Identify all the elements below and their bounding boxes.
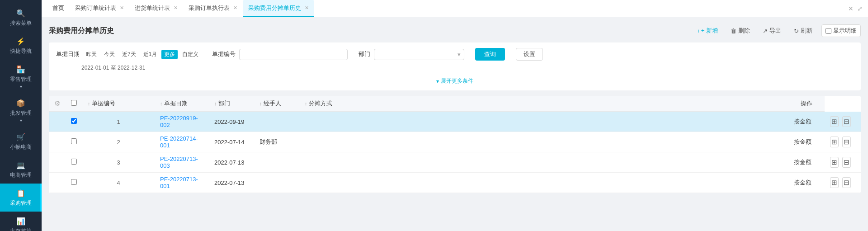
col-header-date[interactable]: 单据日期 [155, 96, 209, 112]
edit-icon[interactable]: ⊞ [830, 137, 839, 147]
row-select-checkbox[interactable] [71, 159, 77, 165]
gear-icon[interactable]: ⚙ [54, 99, 60, 107]
tab-close-inbound-stats[interactable]: ✕ [174, 5, 178, 11]
sidebar-item-quicknav[interactable]: ⚡ 快捷导航 [0, 32, 42, 60]
tab-close-purchase-order-stats[interactable]: ✕ [120, 5, 124, 11]
export-button[interactable]: ↗ 导出 [759, 25, 785, 37]
doc-no-link[interactable]: PE-20220713-003 [160, 156, 198, 169]
row-handler [299, 152, 788, 173]
tab-home[interactable]: 首页 [47, 0, 70, 17]
table-row: 1 PE-20220919-002 2022-09-19 按金额 ⊞ ⊟ [49, 112, 861, 132]
tab-expand-action[interactable]: ⤢ [857, 5, 863, 12]
row-dept [254, 112, 299, 132]
row-date: 2022-09-19 [209, 112, 254, 132]
col-header-dept[interactable]: 部门 [209, 96, 254, 112]
date-filter-label: 单据日期 [56, 50, 80, 58]
query-button[interactable]: 查询 [475, 48, 505, 61]
tab-purchase-order-stats[interactable]: 采购订单统计表 ✕ [70, 0, 129, 17]
row-dept [254, 152, 299, 173]
edit-icon[interactable]: ⊞ [830, 116, 839, 127]
row-split-method: 按金额 [788, 112, 825, 132]
tab-close-purchase-order-exec[interactable]: ✕ [233, 5, 237, 11]
expand-more-btn[interactable]: ▾ 展开更多条件 [56, 77, 854, 85]
row-settings [49, 173, 66, 193]
row-date: 2022-07-13 [209, 173, 254, 193]
more-icon[interactable]: ⊟ [842, 116, 851, 127]
sidebar-item-ecommerce[interactable]: 💻 电商管理 [0, 156, 42, 184]
row-doc-no: PE-20220919-002 [155, 112, 209, 132]
dept-select[interactable]: 财务部 [374, 49, 464, 60]
toolbar: + + 新增 🗑 删除 ↗ 导出 ↻ 刷新 显示明细 [693, 24, 861, 37]
table-container: ⚙ 单据编号 单据日期 部门 经手人 分摊方式 操作 [49, 96, 861, 193]
select-all-checkbox[interactable] [71, 100, 77, 106]
settings-button[interactable]: 设置 [516, 48, 543, 61]
export-icon: ↗ [763, 28, 768, 34]
tab-close-action[interactable]: ✕ [848, 5, 854, 12]
sidebar-item-purchase[interactable]: 📋 采购管理 [0, 184, 42, 212]
sidebar-item-inventory[interactable]: 📊 库存核算 [0, 212, 42, 231]
row-checkbox [66, 132, 82, 152]
doc-no-link[interactable]: PE-20220713-001 [160, 176, 198, 189]
col-header-doc-no[interactable]: 单据编号 [82, 96, 155, 112]
doc-no-input[interactable] [239, 49, 348, 60]
row-date: 2022-07-13 [209, 152, 254, 173]
computer-icon: 💻 [16, 161, 25, 170]
row-handler [299, 112, 788, 132]
date-btn-today[interactable]: 今天 [101, 50, 118, 59]
edit-icon[interactable]: ⊞ [830, 177, 839, 188]
trash-icon: 🗑 [731, 28, 736, 34]
show-cols-button[interactable]: 显示明细 [821, 24, 861, 37]
col-header-settings: ⚙ [49, 96, 66, 112]
tab-purchase-cost-history[interactable]: 采购费用分摊单历史 ✕ [243, 0, 314, 17]
row-actions: ⊞ ⊟ [825, 112, 861, 132]
chevron-down-icon: ▾ [20, 118, 22, 123]
doc-no-link[interactable]: PE-20220919-002 [160, 115, 198, 128]
row-select-checkbox[interactable] [71, 138, 77, 144]
sidebar-item-ecommerce-small[interactable]: 🛒 小畅电商 [0, 127, 42, 156]
more-icon[interactable]: ⊟ [842, 137, 851, 147]
store-icon: 🏪 [16, 65, 25, 74]
tab-close-purchase-cost-history[interactable]: ✕ [305, 5, 309, 11]
tab-purchase-order-exec[interactable]: 采购订单执行表 ✕ [183, 0, 243, 17]
sidebar-item-retail[interactable]: 🏪 零售管理 ▾ [0, 60, 42, 94]
doc-no-link[interactable]: PE-20220714-001 [160, 135, 198, 149]
row-doc-no: PE-20220713-003 [155, 152, 209, 173]
data-table: ⚙ 单据编号 单据日期 部门 经手人 分摊方式 操作 [49, 96, 861, 193]
date-btn-custom[interactable]: 自定义 [179, 50, 201, 59]
row-num: 4 [82, 173, 155, 193]
sidebar: 🔍 搜索菜单 ⚡ 快捷导航 🏪 零售管理 ▾ 📦 批发管理 ▾ 🛒 小畅电商 💻… [0, 0, 42, 231]
date-btn-7days[interactable]: 近7天 [119, 50, 139, 59]
table-row: 3 PE-20220713-003 2022-07-13 按金额 ⊞ ⊟ [49, 152, 861, 173]
refresh-button[interactable]: ↻ 刷新 [790, 25, 816, 37]
main-content: 首页 采购订单统计表 ✕ 进货单统计表 ✕ 采购订单执行表 ✕ 采购费用分摊单历… [42, 0, 868, 231]
row-handler [299, 132, 788, 152]
table-header-row: ⚙ 单据编号 单据日期 部门 经手人 分摊方式 操作 [49, 96, 861, 112]
chevron-down-icon: ▾ [436, 78, 439, 85]
filter-area: 单据日期 昨天 今天 近7天 近1月 更多 自定义 单据编号 [49, 42, 861, 90]
chart-icon: 📊 [16, 217, 25, 226]
filter-row-1: 单据日期 昨天 今天 近7天 近1月 更多 自定义 单据编号 [56, 48, 854, 61]
date-btn-yesterday[interactable]: 昨天 [83, 50, 99, 59]
date-btn-1month[interactable]: 近1月 [141, 50, 160, 59]
tab-inbound-stats[interactable]: 进货单统计表 ✕ [129, 0, 183, 17]
row-select-checkbox[interactable] [71, 179, 77, 185]
col-header-split[interactable]: 分摊方式 [299, 96, 788, 112]
row-dept: 财务部 [254, 132, 299, 152]
row-select-checkbox[interactable] [71, 118, 77, 124]
add-button[interactable]: + + 新增 [693, 25, 722, 37]
page-content: 采购费用分摊单历史 + + 新增 🗑 删除 ↗ 导出 ↻ 刷新 [42, 17, 868, 231]
more-icon[interactable]: ⊟ [842, 177, 851, 188]
delete-button[interactable]: 🗑 删除 [727, 25, 754, 37]
edit-icon[interactable]: ⊞ [830, 157, 839, 168]
table-row: 4 PE-20220713-001 2022-07-13 按金额 ⊞ ⊟ [49, 173, 861, 193]
sidebar-item-search[interactable]: 🔍 搜索菜单 [0, 4, 42, 32]
date-btn-more[interactable]: 更多 [161, 50, 178, 59]
sidebar-item-wholesale[interactable]: 📦 批发管理 ▾ [0, 94, 42, 127]
chevron-down-icon: ▾ [20, 84, 22, 89]
col-header-action: 操作 [788, 96, 825, 112]
doc-no-filter-group: 单据编号 [212, 49, 348, 60]
more-icon[interactable]: ⊟ [842, 157, 851, 168]
show-cols-checkbox[interactable] [826, 28, 831, 34]
col-header-handler[interactable]: 经手人 [254, 96, 299, 112]
search-icon: 🔍 [16, 9, 25, 18]
